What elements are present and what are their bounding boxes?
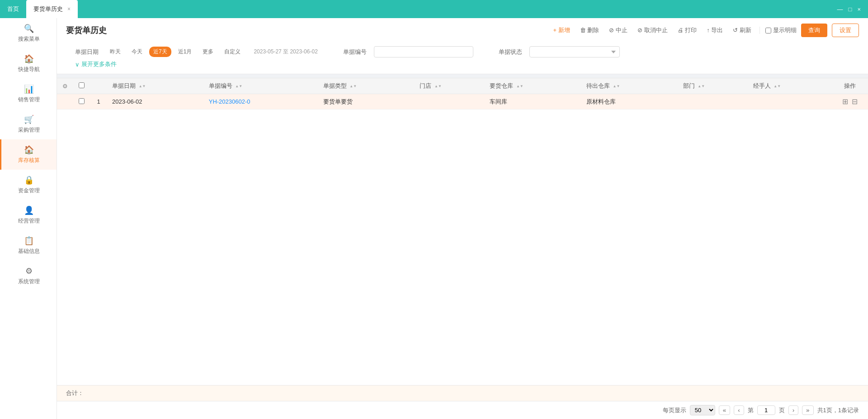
- col-store-label: 门店: [420, 82, 431, 89]
- row-type: 要货单要货: [323, 98, 353, 105]
- sort-handler-icon[interactable]: ▲▼: [774, 84, 781, 88]
- inventory-icon: 🏠: [24, 145, 34, 155]
- date-btn-7days[interactable]: 近7天: [149, 47, 171, 57]
- query-button[interactable]: 查询: [801, 24, 827, 37]
- last-page-button[interactable]: »: [802, 405, 813, 415]
- row-num: 1: [97, 98, 100, 105]
- sort-req-wh-icon[interactable]: ▲▼: [516, 84, 524, 88]
- sidebar-item-sales[interactable]: 📊 销售管理: [0, 79, 57, 109]
- date-btn-custom[interactable]: 自定义: [220, 47, 245, 57]
- sort-pending-wh-icon[interactable]: ▲▼: [613, 84, 620, 88]
- row-type-cell: 要货单要货: [319, 94, 415, 110]
- col-billno-label: 单据编号: [209, 82, 232, 89]
- first-page-button[interactable]: «: [719, 405, 730, 415]
- date-range-display: 2023-05-27 至 2023-06-02: [254, 48, 317, 56]
- row-billno-cell: YH-20230602-0: [204, 94, 319, 110]
- row-ops-cell: ⊞ ⊟: [832, 94, 868, 110]
- bill-no-filter-label: 单据编号: [343, 48, 367, 56]
- col-settings[interactable]: ⚙: [57, 78, 73, 94]
- export-button[interactable]: ↑ 导出: [704, 24, 726, 36]
- sort-billno-icon[interactable]: ▲▼: [235, 84, 242, 88]
- row-req-wh-cell: 车间库: [485, 94, 582, 110]
- date-btn-1month[interactable]: 近1月: [174, 47, 196, 57]
- row-billno-link[interactable]: YH-20230602-0: [209, 98, 250, 105]
- sidebar-item-purchase[interactable]: 🛒 采购管理: [0, 109, 57, 139]
- row-checkbox[interactable]: [79, 98, 85, 104]
- new-button[interactable]: + 新增: [551, 24, 573, 36]
- sidebar-item-quicknav[interactable]: 🏠 快捷导航: [0, 48, 57, 79]
- print-button[interactable]: 🖨 打印: [675, 24, 700, 36]
- sort-dept-icon[interactable]: ▲▼: [698, 84, 705, 88]
- sidebar-item-inventory[interactable]: 🏠 库存核算: [0, 139, 57, 170]
- sidebar-item-purchase-label: 采购管理: [18, 126, 40, 134]
- cancel-stop-button[interactable]: ⊘ 取消中止: [635, 24, 670, 36]
- row-more-icon[interactable]: ⊟: [852, 97, 858, 106]
- sidebar-item-system[interactable]: ⚙ 系统管理: [0, 261, 57, 291]
- sidebar: 🔍 搜索菜单 🏠 快捷导航 📊 销售管理 🛒 采购管理 🏠 库存核算 🔒 资金管…: [0, 18, 57, 419]
- date-btn-more[interactable]: 更多: [198, 47, 217, 57]
- show-detail-toggle[interactable]: 显示明细: [765, 26, 797, 34]
- col-checkbox: [73, 78, 90, 94]
- refresh-button[interactable]: ↺ 刷新: [730, 24, 754, 36]
- sidebar-item-finance[interactable]: 🔒 资金管理: [0, 170, 57, 200]
- sidebar-item-operation[interactable]: 👤 经营管理: [0, 200, 57, 230]
- window-maximize[interactable]: □: [849, 6, 852, 13]
- page-number-input[interactable]: [757, 405, 775, 415]
- show-detail-checkbox-input[interactable]: [765, 28, 771, 33]
- settings-button[interactable]: 设置: [832, 24, 859, 37]
- window-minimize[interactable]: —: [837, 6, 843, 13]
- sidebar-item-basic-label: 基础信息: [18, 248, 40, 255]
- select-all-checkbox[interactable]: [79, 82, 85, 88]
- sidebar-item-search[interactable]: 🔍 搜索菜单: [0, 18, 57, 48]
- toolbar: + 新增 🗑 删除 ⊘ 中止 ⊘ 取消中止 🖨 打印 ↑ 导出 ↺ 刷新 显示明…: [551, 24, 859, 37]
- row-dept-cell: [679, 94, 749, 110]
- delete-button[interactable]: 🗑 删除: [577, 24, 602, 36]
- row-num-cell: 1: [90, 94, 108, 110]
- lock-icon: 🔒: [24, 175, 34, 185]
- expand-filter-btn[interactable]: ∨ 展开更多条件: [75, 60, 859, 68]
- row-pending-wh-cell: 原材料仓库: [582, 94, 679, 110]
- sidebar-item-basic[interactable]: 📋 基础信息: [0, 230, 57, 261]
- row-date: 2023-06-02: [112, 98, 142, 105]
- sort-date-icon[interactable]: ▲▼: [139, 84, 146, 88]
- tab-close-icon[interactable]: ×: [67, 6, 71, 12]
- col-type-label: 单据类型: [323, 82, 347, 89]
- col-req-wh: 要货仓库 ▲▼: [485, 78, 582, 94]
- show-detail-label: 显示明细: [773, 26, 797, 34]
- sort-type-icon[interactable]: ▲▼: [349, 84, 357, 88]
- pagination-bar: 每页显示 20 50 100 « ‹ 第 页 › » 共1页，1条记录: [57, 401, 868, 419]
- tab-yaohuodan[interactable]: 要货单历史 ×: [26, 0, 78, 18]
- chevron-down-icon: ∨: [75, 61, 80, 68]
- cart-icon: 🛒: [24, 114, 34, 124]
- status-select[interactable]: [529, 46, 620, 57]
- page-size-select[interactable]: 20 50 100: [690, 405, 715, 415]
- col-billno: 单据编号 ▲▼: [204, 78, 319, 94]
- page-size-label: 每页显示: [663, 406, 686, 414]
- doc-icon: 📋: [24, 236, 34, 246]
- col-pending-wh-label: 待出仓库: [586, 82, 610, 89]
- page-title: 要货单历史: [66, 25, 107, 36]
- summary-label: 合计：: [66, 390, 84, 396]
- col-req-wh-label: 要货仓库: [490, 82, 513, 89]
- search-icon: 🔍: [24, 24, 34, 33]
- col-type: 单据类型 ▲▼: [319, 78, 415, 94]
- window-close[interactable]: ×: [857, 6, 861, 13]
- sidebar-item-finance-label: 资金管理: [18, 187, 40, 195]
- row-edit-icon[interactable]: ⊞: [842, 97, 848, 106]
- col-date: 单据日期 ▲▼: [108, 78, 204, 94]
- stop-button[interactable]: ⊘ 中止: [606, 24, 630, 36]
- row-settings-cell: [57, 94, 73, 110]
- date-btn-today[interactable]: 今天: [127, 47, 146, 57]
- footer-summary: 合计：: [57, 385, 868, 401]
- col-handler-label: 经手人: [753, 82, 771, 89]
- page-header: 要货单历史 + 新增 🗑 删除 ⊘ 中止 ⊘ 取消中止 🖨 打印 ↑ 导出 ↺ …: [57, 18, 868, 74]
- person-icon: 👤: [24, 205, 34, 215]
- row-store-cell: [415, 94, 485, 110]
- sort-store-icon[interactable]: ▲▼: [434, 84, 442, 88]
- row-pending-wh: 原材料仓库: [586, 98, 616, 105]
- tab-home[interactable]: 首页: [0, 0, 26, 18]
- next-page-button[interactable]: ›: [788, 405, 798, 415]
- prev-page-button[interactable]: ‹: [734, 405, 744, 415]
- bill-no-input[interactable]: [374, 46, 473, 57]
- date-btn-yesterday[interactable]: 昨天: [106, 47, 125, 57]
